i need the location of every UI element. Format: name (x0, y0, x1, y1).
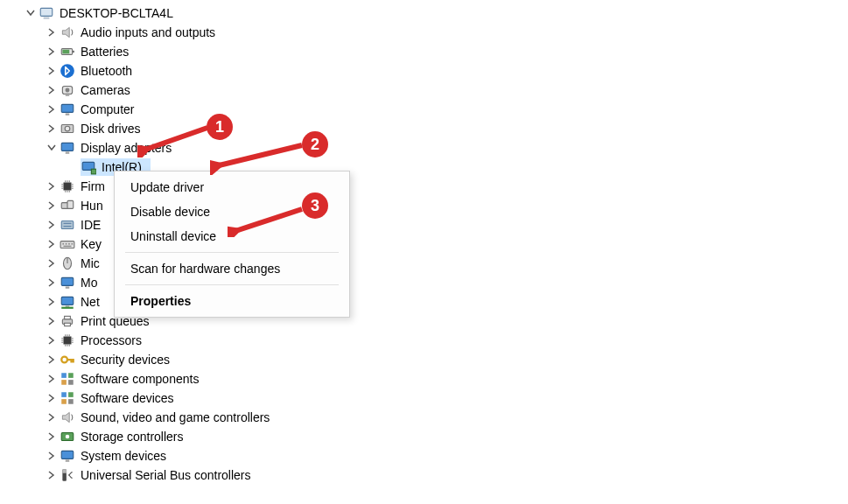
chevron-right-icon[interactable] (46, 411, 58, 424)
category-storage[interactable]: Storage controllers (7, 427, 848, 446)
swdev-icon (60, 390, 75, 406)
chevron-right-icon[interactable] (46, 334, 58, 346)
audio-icon (60, 24, 75, 40)
chevron-right-icon[interactable] (46, 200, 58, 212)
chevron-right-icon[interactable] (46, 354, 58, 366)
annotation-arrow-2 (210, 140, 306, 175)
print-icon (60, 313, 75, 329)
chevron-right-icon[interactable] (46, 65, 58, 77)
computer-icon (60, 102, 75, 117)
category-swdev[interactable]: Software devices (7, 388, 848, 408)
category-disk[interactable]: Disk drives (7, 119, 848, 138)
system-icon (60, 448, 75, 464)
mice-icon (60, 256, 75, 271)
chevron-right-icon[interactable] (46, 392, 58, 404)
category-processors[interactable]: Processors (7, 331, 848, 350)
category-label: Disk drives (81, 122, 140, 136)
category-swcomp[interactable]: Software components (7, 369, 848, 388)
ide-icon (60, 217, 75, 233)
category-computer[interactable]: Computer (7, 100, 848, 119)
chevron-right-icon[interactable] (46, 257, 58, 270)
chevron-right-icon[interactable] (46, 430, 58, 443)
menu-separator (125, 284, 339, 285)
display-icon (60, 140, 75, 156)
computer-icon (39, 5, 54, 21)
category-label: Mic (81, 256, 100, 270)
category-label: Bluetooth (81, 64, 132, 78)
chevron-down-icon[interactable] (46, 142, 58, 154)
annotation-arrow-3 (228, 206, 306, 237)
category-security[interactable]: Security devices (7, 350, 848, 369)
tree-root[interactable]: DESKTOP-BCLTA4L (7, 4, 848, 23)
category-cameras[interactable]: Cameras (7, 80, 848, 100)
hid-icon (60, 198, 75, 214)
category-label: Software devices (81, 391, 174, 405)
chevron-right-icon[interactable] (46, 276, 58, 289)
svg-line-45 (233, 209, 302, 232)
category-bluetooth[interactable]: Bluetooth (7, 61, 848, 80)
category-display[interactable]: Display adapters (7, 138, 848, 158)
chevron-right-icon[interactable] (46, 84, 58, 96)
svg-line-44 (215, 145, 302, 166)
chevron-right-icon[interactable] (46, 180, 58, 192)
category-sound[interactable]: Sound, video and game controllers (7, 408, 848, 427)
annotation-arrow-1 (137, 122, 209, 158)
category-system[interactable]: System devices (7, 446, 848, 466)
chevron-right-icon[interactable] (46, 26, 58, 38)
chevron-right-icon[interactable] (46, 373, 58, 385)
chevron-right-icon[interactable] (46, 296, 58, 308)
category-label: Cameras (81, 83, 130, 97)
category-label: Key (81, 237, 102, 251)
chevron-right-icon[interactable] (46, 469, 58, 481)
menu-item[interactable]: Scan for hardware changes (115, 256, 349, 281)
chevron-right-icon[interactable] (46, 122, 58, 135)
display-device-icon (81, 159, 96, 175)
usb-icon (60, 467, 75, 483)
chevron-right-icon[interactable] (46, 315, 58, 327)
category-label: Audio inputs and outputs (81, 25, 215, 39)
security-icon (60, 352, 75, 368)
chevron-right-icon[interactable] (46, 238, 58, 250)
category-audio[interactable]: Audio inputs and outputs (7, 23, 848, 42)
sound-icon (60, 410, 75, 425)
processors-icon (60, 332, 75, 348)
category-usb[interactable]: Universal Serial Bus controllers (7, 466, 848, 485)
chevron-down-icon[interactable] (25, 7, 37, 19)
chevron-right-icon[interactable] (46, 450, 58, 462)
batteries-icon (60, 44, 75, 60)
menu-separator (125, 252, 339, 253)
category-label: Storage controllers (81, 430, 184, 444)
chevron-right-icon[interactable] (46, 46, 58, 58)
cameras-icon (60, 82, 75, 98)
chevron-right-icon[interactable] (46, 103, 58, 116)
category-label: Security devices (81, 353, 170, 367)
category-label: System devices (81, 449, 166, 463)
menu-item[interactable]: Properties (115, 289, 349, 313)
category-label: Universal Serial Bus controllers (81, 468, 251, 482)
annotation-badge-2: 2 (302, 131, 328, 158)
swcomp-icon (60, 371, 75, 387)
category-label: Firm (81, 179, 105, 193)
chevron-right-icon[interactable] (46, 219, 58, 231)
disk-icon (60, 121, 75, 136)
category-label: Sound, video and game controllers (81, 410, 270, 424)
bluetooth-icon (60, 63, 75, 79)
category-label: IDE (81, 218, 101, 232)
svg-line-43 (143, 128, 207, 150)
category-label: Computer (81, 102, 134, 116)
network-icon (60, 294, 75, 310)
annotation-badge-1: 1 (207, 114, 233, 140)
category-batteries[interactable]: Batteries (7, 42, 848, 61)
category-label: Hun (81, 199, 103, 213)
category-label: Processors (81, 333, 142, 347)
category-label: Mo (81, 276, 97, 290)
firmware-icon (60, 178, 75, 194)
category-label: Batteries (81, 45, 129, 59)
category-label: Software components (81, 372, 199, 386)
category-label: Net (81, 295, 100, 309)
keyboards-icon (60, 236, 75, 252)
monitors-icon (60, 275, 75, 290)
root-label: DESKTOP-BCLTA4L (60, 6, 173, 20)
storage-icon (60, 429, 75, 444)
annotation-badge-3: 3 (302, 192, 328, 219)
